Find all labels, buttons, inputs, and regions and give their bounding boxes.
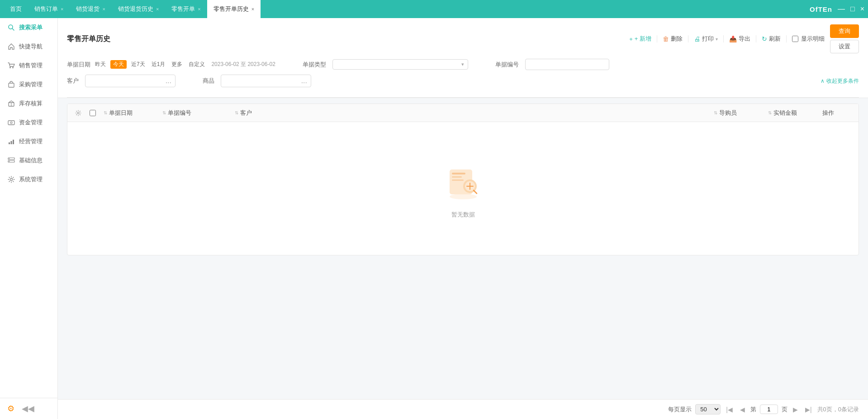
tab-retail-open-close[interactable]: × xyxy=(198,6,200,12)
print-arrow: ▾ xyxy=(716,37,718,42)
settings-button[interactable]: 设置 xyxy=(830,40,859,53)
query-button[interactable]: 查询 xyxy=(830,24,859,38)
money-icon xyxy=(7,118,15,127)
date-btn-7days[interactable]: 近7天 xyxy=(129,60,147,69)
order-no-filter: 单据编号 xyxy=(495,59,609,70)
refresh-button[interactable]: ↻ 刷新 xyxy=(762,35,781,43)
th-order-no[interactable]: ⇅ 单据编号 xyxy=(159,109,231,117)
display-button[interactable]: 显示明细 xyxy=(792,35,825,43)
sort-amount-icon: ⇅ xyxy=(768,110,772,115)
filter-row-2: 客户 ... 商品 ... ∧ xyxy=(67,75,859,87)
sidebar-item-search[interactable]: 搜索采单 xyxy=(0,18,57,37)
sidebar-item-finance-label: 资金管理 xyxy=(19,118,43,127)
display-checkbox[interactable] xyxy=(792,36,798,42)
column-settings-button[interactable] xyxy=(71,109,85,117)
tab-home-label: 首页 xyxy=(10,5,22,13)
customer-label: 客户 xyxy=(67,77,79,85)
th-customer-label: 客户 xyxy=(240,109,252,117)
svg-point-17 xyxy=(77,112,79,114)
sidebar-item-sales[interactable]: 销售管理 xyxy=(0,56,57,75)
select-all-input[interactable] xyxy=(90,110,96,116)
sidebar: 搜索采单 快捷导航 销售管理 xyxy=(0,18,58,419)
toolbar-actions: 查询 设置 xyxy=(830,24,859,53)
collapse-up-icon: ∧ xyxy=(821,78,825,84)
svg-rect-20 xyxy=(452,173,465,174)
page-number-input[interactable]: 1 xyxy=(760,405,778,414)
sidebar-settings-icon[interactable]: ⚙ xyxy=(7,404,14,414)
date-btn-custom[interactable]: 自定义 xyxy=(187,60,207,69)
sidebar-item-purchase[interactable]: 采购管理 xyxy=(0,75,57,94)
window-minimize[interactable]: — xyxy=(838,5,845,13)
tab-retail-open-history[interactable]: 零售开单历史 × xyxy=(207,0,261,18)
sidebar-item-basic[interactable]: 基础信息 xyxy=(0,151,57,170)
tab-sales-return-history[interactable]: 销货退货历史 × xyxy=(112,0,165,18)
goods-dots[interactable]: ... xyxy=(301,77,307,85)
date-btn-yesterday[interactable]: 昨天 xyxy=(93,60,108,69)
sidebar-collapse-icon[interactable]: ◀◀ xyxy=(22,404,34,414)
goods-select[interactable]: ... xyxy=(221,75,311,87)
tab-sales-order-close[interactable]: × xyxy=(61,6,63,12)
per-page-label: 每页显示 xyxy=(668,405,692,414)
print-button[interactable]: 🖨 打印 ▾ xyxy=(694,35,718,43)
order-type-arrow: ▾ xyxy=(461,61,464,67)
next-page-button[interactable]: ▶ xyxy=(791,406,800,413)
sidebar-item-quick-nav[interactable]: 快捷导航 xyxy=(0,37,57,56)
date-filter: 单据日期 昨天 今天 近7天 近1月 更多 自定义 2023-06-02 至 2… xyxy=(67,60,275,69)
tab-retail-open-history-close[interactable]: × xyxy=(251,6,254,12)
sidebar-item-basic-label: 基础信息 xyxy=(19,156,43,165)
sidebar-item-inventory[interactable]: 库存核算 xyxy=(0,94,57,113)
add-button[interactable]: + + 新增 xyxy=(629,35,651,43)
total-label: 共0页，0条记录 xyxy=(817,405,859,414)
tab-sales-return-close[interactable]: × xyxy=(102,6,105,12)
divider5 xyxy=(786,35,787,42)
per-page-select[interactable]: 50 100 200 xyxy=(695,404,721,414)
order-type-select[interactable]: ▾ xyxy=(332,59,468,70)
svg-rect-7 xyxy=(8,121,14,125)
order-no-label: 单据编号 xyxy=(495,61,519,69)
empty-illustration xyxy=(441,158,486,203)
add-icon: + xyxy=(629,36,633,42)
customer-dots[interactable]: ... xyxy=(166,77,171,85)
prev-page-button[interactable]: ◀ xyxy=(738,406,747,413)
sidebar-item-operation[interactable]: 经营管理 xyxy=(0,132,57,151)
collapse-button[interactable]: ∧ 收起更多条件 xyxy=(821,77,859,85)
tab-home[interactable]: 首页 xyxy=(4,0,28,18)
window-close[interactable]: × xyxy=(860,5,864,13)
tab-sales-order[interactable]: 销售订单 × xyxy=(28,0,70,18)
info-icon xyxy=(7,156,15,165)
table-header: ⇅ 单据日期 ⇅ 单据编号 ⇅ 客户 ⇅ 导购员 xyxy=(67,104,859,122)
th-date[interactable]: ⇅ 单据日期 xyxy=(100,109,159,117)
last-page-button[interactable]: ▶| xyxy=(803,406,814,413)
export-button[interactable]: 📤 导出 xyxy=(729,35,750,43)
svg-rect-4 xyxy=(9,83,14,87)
gear-icon xyxy=(7,175,15,184)
date-btn-1month[interactable]: 近1月 xyxy=(150,60,167,69)
divider4 xyxy=(756,35,756,42)
tab-retail-open-label: 零售开单 xyxy=(171,5,195,13)
delete-label: 删除 xyxy=(671,35,683,43)
empty-text: 暂无数据 xyxy=(451,211,475,219)
window-maximize[interactable]: □ xyxy=(850,5,855,13)
search-icon xyxy=(7,24,15,32)
tab-sales-return-history-close[interactable]: × xyxy=(156,6,159,12)
tab-sales-return[interactable]: 销货退货 × xyxy=(70,0,111,18)
customer-select[interactable]: ... xyxy=(85,75,175,87)
collapse-label: 收起更多条件 xyxy=(826,77,859,85)
th-amount[interactable]: ⇅ 实销金额 xyxy=(764,109,819,117)
brand-logo: OfTEn xyxy=(810,5,832,13)
select-all-checkbox[interactable] xyxy=(85,110,100,116)
th-customer[interactable]: ⇅ 客户 xyxy=(231,109,710,117)
date-btn-today[interactable]: 今天 xyxy=(110,60,127,69)
th-guide[interactable]: ⇅ 导购员 xyxy=(710,109,764,117)
svg-rect-10 xyxy=(11,141,12,144)
sidebar-item-finance[interactable]: 资金管理 xyxy=(0,113,57,132)
toolbar: + + 新增 🗑 删除 🖨 打印 ▾ xyxy=(629,24,859,53)
date-btn-more[interactable]: 更多 xyxy=(170,60,184,69)
table-area: ⇅ 单据日期 ⇅ 单据编号 ⇅ 客户 ⇅ 导购员 xyxy=(58,98,868,399)
sidebar-item-system[interactable]: 系统管理 xyxy=(0,170,57,189)
first-page-button[interactable]: |◀ xyxy=(724,406,735,413)
order-no-input[interactable] xyxy=(525,59,609,70)
delete-button[interactable]: 🗑 删除 xyxy=(663,35,683,43)
tab-retail-open[interactable]: 零售开单 × xyxy=(165,0,207,18)
th-date-label: 单据日期 xyxy=(109,109,133,117)
